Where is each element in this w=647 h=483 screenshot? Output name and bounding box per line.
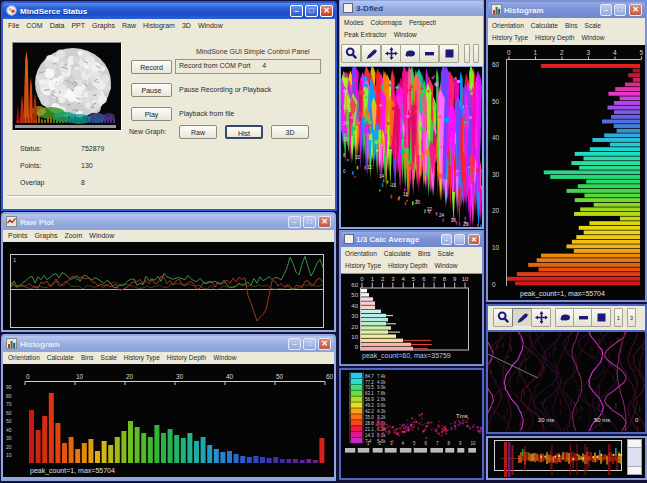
svg-text:4.0k: 4.0k (377, 380, 386, 385)
svg-text:4: 4 (613, 49, 617, 56)
svg-text:7.8k: 7.8k (377, 391, 386, 396)
svg-text:peak_count=1, max=55704: peak_count=1, max=55704 (30, 467, 115, 475)
svg-text:40: 40 (492, 134, 500, 141)
svg-text:90: 90 (6, 384, 12, 390)
svg-text:50: 50 (492, 98, 500, 105)
svg-text:10: 10 (351, 334, 358, 340)
svg-text:40: 40 (226, 373, 234, 380)
svg-text:10: 10 (471, 441, 477, 446)
svg-text:24: 24 (343, 121, 349, 126)
svg-text:60: 60 (492, 61, 500, 68)
svg-text:60: 60 (326, 373, 334, 380)
svg-text:70: 70 (6, 401, 12, 407)
svg-text:30: 30 (176, 373, 184, 380)
svg-text:20: 20 (126, 373, 134, 380)
svg-text:3: 3 (587, 49, 591, 56)
svg-text:30: 30 (351, 313, 358, 319)
svg-text:35.0: 35.0 (365, 415, 374, 420)
svg-text:9.6k: 9.6k (377, 403, 386, 408)
svg-text:14: 14 (379, 174, 385, 179)
svg-text:16: 16 (391, 183, 397, 188)
svg-text:40: 40 (6, 427, 12, 433)
svg-text:10: 10 (492, 244, 500, 251)
svg-text:24: 24 (439, 213, 445, 218)
svg-text:20: 20 (6, 444, 12, 450)
svg-text:14.3: 14.3 (365, 433, 374, 438)
svg-text:20: 20 (415, 200, 421, 205)
svg-text:peak_count=1, max=55704: peak_count=1, max=55704 (520, 290, 605, 298)
svg-text:0: 0 (26, 373, 30, 380)
svg-text:0: 0 (492, 281, 496, 288)
svg-text:22: 22 (427, 207, 433, 212)
svg-text:26: 26 (451, 218, 457, 223)
svg-text:20: 20 (351, 324, 358, 330)
svg-text:32: 32 (343, 105, 349, 110)
svg-text:12: 12 (367, 165, 373, 170)
svg-text:42.2: 42.2 (365, 409, 374, 414)
svg-text:77.2: 77.2 (365, 380, 374, 385)
svg-text:20: 20 (492, 207, 500, 214)
svg-text:2.6k: 2.6k (377, 397, 386, 402)
svg-text:84.7: 84.7 (365, 374, 374, 379)
svg-text:peak_count=60, max=35759: peak_count=60, max=35759 (362, 352, 451, 360)
svg-text:Tms: Tms (456, 413, 468, 419)
svg-text:10: 10 (6, 452, 12, 458)
svg-text:16: 16 (343, 137, 349, 142)
svg-text:0: 0 (507, 49, 511, 56)
svg-text:4.3k: 4.3k (377, 409, 386, 414)
svg-text:2: 2 (560, 49, 564, 56)
svg-text:9.9k: 9.9k (377, 385, 386, 390)
svg-text:50: 50 (351, 292, 358, 298)
svg-text:50 ms: 50 ms (594, 417, 610, 423)
svg-text:5: 5 (640, 49, 644, 56)
svg-text:50: 50 (6, 418, 12, 424)
svg-text:40: 40 (351, 303, 358, 309)
svg-text:28: 28 (463, 222, 469, 227)
svg-text:70.5: 70.5 (365, 385, 374, 390)
svg-text:40: 40 (343, 89, 349, 94)
svg-text:20 ms: 20 ms (538, 417, 554, 423)
svg-text:56.9: 56.9 (365, 397, 374, 402)
svg-text:1: 1 (534, 49, 538, 56)
svg-text:30: 30 (492, 171, 500, 178)
svg-text:7.4k: 7.4k (377, 374, 386, 379)
svg-text:10: 10 (355, 155, 361, 160)
svg-text:50: 50 (276, 373, 284, 380)
svg-text:60: 60 (351, 282, 358, 288)
svg-text:63.1: 63.1 (365, 391, 374, 396)
svg-text:18: 18 (403, 192, 409, 197)
svg-text:21.1: 21.1 (365, 427, 374, 432)
svg-text:49.2: 49.2 (365, 403, 374, 408)
svg-text:60: 60 (6, 410, 12, 416)
svg-text:10: 10 (76, 373, 84, 380)
svg-text:30: 30 (6, 435, 12, 441)
svg-text:80: 80 (6, 393, 12, 399)
svg-text:10: 10 (462, 276, 469, 282)
svg-text:28.8: 28.8 (365, 421, 374, 426)
